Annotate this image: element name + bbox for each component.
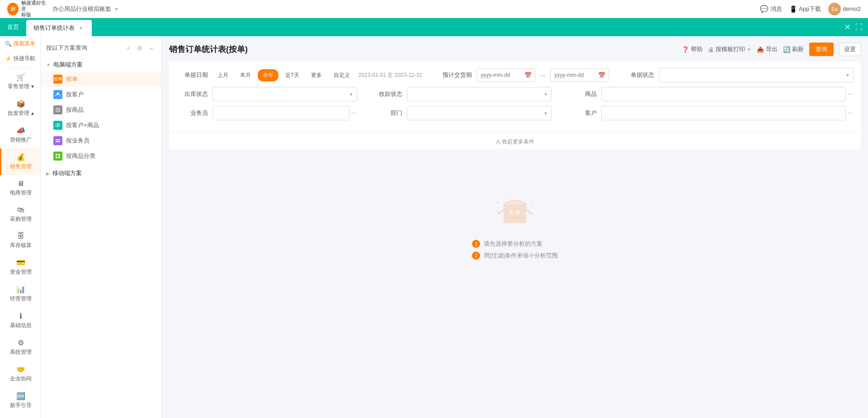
close-window-btn[interactable]: ✕	[844, 22, 851, 32]
scheme-by-customer-product[interactable]: 按客户+商品	[41, 118, 161, 133]
svg-text:✦: ✦	[530, 199, 533, 204]
scheme-icon-product	[53, 105, 62, 114]
dept-select[interactable]	[407, 106, 552, 120]
scheme-by-customer[interactable]: 按客户	[41, 87, 161, 102]
collapse-panel-btn[interactable]: «	[147, 43, 156, 52]
collapse-icon: ⋀	[496, 139, 500, 145]
sidebar-item-operations[interactable]: 📊 经营管理	[0, 280, 40, 307]
delivery-date-from-input[interactable]	[476, 68, 535, 82]
messages-btn[interactable]: 💬 消息	[760, 5, 782, 13]
date-tag-more[interactable]: 更多	[306, 69, 327, 81]
sidebar-item-retail[interactable]: 🛒 零售管理 ▾	[0, 68, 40, 95]
maximize-btn[interactable]: ⛶	[855, 23, 863, 31]
payment-status-wrapper: ▼	[407, 87, 552, 101]
delivery-date-from-wrapper: 📅	[476, 68, 535, 82]
search-label: 搜索菜单	[14, 40, 35, 48]
ops-icon: 📊	[16, 285, 25, 294]
sidebar-quick-nav[interactable]: ⚡ 快捷导航	[0, 51, 40, 66]
svg-point-15	[512, 212, 513, 214]
ship-status-select[interactable]	[212, 87, 357, 101]
product-input[interactable]	[601, 87, 846, 101]
empty-tips: 1 请先选择要分析的方案 2 用[过滤]条件来缩小分析范围	[472, 240, 557, 260]
filter-row-2: 出库状态 ▼ 收款状态	[176, 87, 854, 101]
tab-close-btn[interactable]: ×	[77, 24, 85, 32]
scheme-icon-salesperson	[53, 136, 62, 145]
salesperson-more-btn[interactable]: ···	[351, 109, 357, 117]
pc-group-header[interactable]: ▼ 电脑端方案	[41, 58, 161, 71]
customer-more-btn[interactable]: ···	[848, 109, 854, 117]
date-tag-custom[interactable]: 自定义	[329, 69, 355, 81]
export-btn[interactable]: 📤 导出	[757, 45, 778, 53]
sidebar-item-inventory[interactable]: 🗄 库存核算	[0, 228, 40, 254]
help-btn[interactable]: ❓ 帮助	[682, 45, 703, 53]
product-label: 商品	[565, 90, 597, 98]
print-btn[interactable]: 🖨 按模板打印 ▼	[708, 45, 751, 53]
scheme-icon-customer	[53, 90, 62, 99]
tab-home[interactable]: 首页	[0, 18, 26, 36]
settings-btn[interactable]: 设置	[839, 43, 861, 56]
svg-rect-1	[56, 108, 60, 112]
date-tag-7days[interactable]: 近7天	[280, 69, 304, 81]
customer-input[interactable]	[601, 106, 846, 120]
status-select[interactable]	[659, 68, 854, 82]
refresh-btn[interactable]: 🔄 刷新	[783, 45, 804, 53]
finance-icon: 💳	[16, 258, 25, 267]
scheme-by-product-category[interactable]: 按商品分类	[41, 148, 161, 164]
sidebar-item-app-center[interactable]: 📲 应用中心	[0, 414, 40, 418]
ship-status-label: 出库状态	[176, 90, 208, 98]
scheme-by-order[interactable]: 按单 按单	[41, 71, 161, 87]
svg-line-17	[498, 210, 504, 214]
app-download-btn[interactable]: 📱 App下载	[789, 5, 821, 13]
scheme-by-salesperson[interactable]: 按业务员	[41, 133, 161, 148]
sidebar-search[interactable]: 🔍 搜索菜单	[0, 36, 40, 51]
tip-num-1: 1	[472, 240, 480, 248]
dropdown-arrow-icon[interactable]: ▼	[114, 6, 119, 12]
sidebar-item-basic[interactable]: ℹ 基础信息	[0, 307, 40, 334]
sidebar-item-ecommerce[interactable]: 🖥 电商管理	[0, 175, 40, 201]
message-icon: 💬	[760, 5, 769, 13]
system-icon: ⚙	[18, 338, 24, 347]
sidebar-item-marketing[interactable]: 📣 营销推广	[0, 122, 40, 148]
content-area: 按以下方案查询 ＋ ⚙ « ▼ 电脑端方案 按单 按单	[41, 36, 868, 418]
product-more-btn[interactable]: ···	[848, 90, 854, 98]
sidebar-item-sales[interactable]: 💰 销售管理	[0, 148, 40, 175]
home-tab-label: 首页	[7, 23, 19, 31]
sidebar-item-wholesale[interactable]: 📦 批发管理 ▴	[0, 95, 40, 122]
add-scheme-btn[interactable]: ＋	[123, 43, 132, 52]
query-btn[interactable]: 查询	[809, 43, 834, 56]
date-tag-last-month[interactable]: 上月	[212, 69, 233, 81]
sidebar-item-label: 库存核算	[10, 242, 32, 249]
empty-state: ✦ ✦ ✦ 1 请先选择要分析的方案 2 用[过滤]条件来缩小分析范围	[169, 149, 861, 296]
sidebar-item-system[interactable]: ⚙ 系统管理	[0, 334, 40, 361]
salesperson-input[interactable]	[212, 106, 349, 120]
mobile-group-header[interactable]: ▶ 移动端方案	[41, 166, 161, 180]
quick-nav-label: 快捷导航	[14, 55, 35, 62]
page-header: 销售订单统计表(按单) ❓ 帮助 🖨 按模板打印 ▼ 📤	[169, 43, 861, 56]
avatar: Ea	[828, 3, 841, 15]
logo: 好 畅捷通好生意 标版	[7, 0, 48, 18]
date-tag-this-year[interactable]: 本年	[258, 69, 278, 81]
delivery-date-to-input[interactable]	[550, 68, 609, 82]
export-icon: 📤	[757, 46, 764, 53]
payment-status-select[interactable]	[407, 87, 552, 101]
user-menu[interactable]: Ea demo2	[828, 3, 861, 15]
scheme-by-product[interactable]: 按商品	[41, 102, 161, 118]
main-layout: 🔍 搜索菜单 ⚡ 快捷导航 🛒 零售管理 ▾ 📦 批发管理 ▴ 📣 营销推广 💰…	[0, 36, 868, 418]
scheme-label: 按商品	[66, 106, 84, 114]
ship-status-wrapper: ▼	[212, 87, 357, 101]
sidebar-item-purchase[interactable]: 🛍 采购管理	[0, 201, 40, 228]
settings-scheme-btn[interactable]: ⚙	[135, 43, 144, 52]
collapse-filter-btn[interactable]: ⋀ 收起更多条件	[169, 134, 861, 149]
inventory-icon: 🗄	[17, 232, 24, 240]
pc-scheme-group: ▼ 电脑端方案 按单 按单 按客户	[41, 58, 161, 164]
date-tag-this-month[interactable]: 本月	[235, 69, 256, 81]
print-icon: 🖨	[708, 46, 714, 53]
sidebar-item-label: 采购管理	[10, 215, 32, 223]
salesperson-input-group: ···	[212, 106, 357, 120]
sidebar-item-enterprise[interactable]: 🤝 企业协同	[0, 361, 40, 387]
tab-sales-order[interactable]: 销售订单统计表 ×	[26, 20, 92, 36]
sidebar-item-finance[interactable]: 💳 资金管理	[0, 254, 40, 280]
nav-icon: ⚡	[5, 56, 12, 62]
sidebar-item-guide[interactable]: 🆕 新手引导	[0, 387, 40, 414]
logo-text: 畅捷通好生意 标版	[21, 0, 48, 18]
